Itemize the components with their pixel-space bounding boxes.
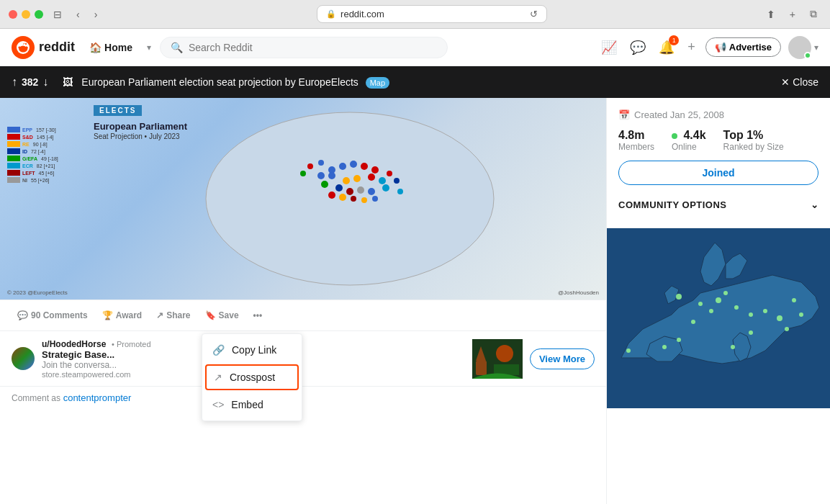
svg-point-7	[361, 163, 368, 170]
svg-point-28	[361, 197, 367, 203]
home-icon: 🏠	[89, 42, 102, 53]
embed-item[interactable]: <> Embed	[202, 392, 302, 418]
sd-color	[7, 134, 20, 140]
svg-point-17	[357, 186, 364, 194]
post-image-container: ELECTS European Parliament Seat Projecti…	[0, 98, 606, 300]
comment-username-link[interactable]: contentprompter	[63, 392, 132, 403]
crosspost-item[interactable]: ↗ Crosspost	[205, 364, 299, 390]
rank-label: Top 1%	[723, 129, 784, 142]
chat-btn[interactable]: 💬	[627, 37, 649, 58]
downvote-btn[interactable]: ↓	[42, 76, 48, 89]
advertise-label: Advertise	[729, 42, 772, 53]
gefa-color	[7, 156, 20, 161]
online-count-row: 4.4k	[672, 129, 706, 142]
svg-point-22	[307, 163, 313, 169]
svg-point-5	[317, 172, 325, 179]
rank-sublabel: Ranked by Size	[723, 142, 784, 152]
new-tab-btn[interactable]: +	[785, 7, 800, 22]
award-icon: 🏆	[102, 310, 113, 320]
svg-point-37	[698, 302, 703, 306]
promoted-user-avatar	[12, 347, 35, 370]
reddit-navbar: reddit 🏠 Home ▾ 🔍 📈 💬 🔔 1 + 📢 Advertise …	[0, 29, 830, 66]
left-label: LEFT	[22, 171, 35, 176]
window-controls	[9, 10, 43, 19]
search-bar[interactable]: 🔍	[160, 37, 448, 58]
add-post-btn[interactable]: +	[685, 37, 698, 58]
user-avatar	[788, 36, 811, 59]
minimize-window-dot[interactable]	[22, 10, 30, 19]
svg-rect-31	[476, 361, 487, 375]
refresh-icon[interactable]: ↺	[530, 9, 538, 19]
svg-point-50	[785, 327, 789, 331]
calendar-icon: 📅	[618, 109, 630, 120]
back-btn[interactable]: ‹	[72, 7, 84, 22]
online-label: Online	[672, 142, 706, 152]
tab-overview-btn[interactable]: ⧉	[806, 6, 821, 22]
svg-point-19	[328, 192, 335, 199]
comments-btn[interactable]: 💬 90 Comments	[12, 306, 94, 325]
svg-point-48	[792, 298, 796, 302]
party-legend: EPP 157 [-30] S&D 145 [-4] RE 90 [-8]	[7, 127, 79, 184]
home-dropdown-btn[interactable]: ▾	[147, 42, 151, 53]
community-options-header[interactable]: COMMUNITY OPTIONS ⌄	[618, 194, 818, 216]
copy-link-item[interactable]: 🔗 Copy Link	[202, 337, 302, 363]
svg-point-13	[382, 184, 389, 192]
party-sd: S&D 145 [-4]	[7, 134, 79, 140]
gefa-count: 49 [-18]	[41, 156, 58, 161]
svg-point-9	[368, 174, 375, 181]
embed-icon: <>	[212, 399, 224, 410]
sd-count: 145 [-4]	[37, 135, 54, 140]
reddit-logo[interactable]: reddit	[12, 36, 75, 59]
community-info-panel: 📅 Created Jan 25, 2008 4.8m Members 4.4k…	[607, 98, 830, 228]
chevron-down-icon: ⌄	[811, 199, 819, 210]
promoted-username[interactable]: u/HoodedHorse	[42, 339, 106, 349]
crosspost-icon: ↗	[214, 372, 222, 383]
address-bar[interactable]: 🔒 reddit.com ↺	[317, 5, 547, 23]
svg-point-14	[321, 181, 328, 188]
advertise-btn[interactable]: 📢 Advertise	[705, 37, 781, 57]
home-nav-item[interactable]: 🏠 Home	[84, 39, 138, 56]
maximize-window-dot[interactable]	[35, 10, 43, 19]
close-label: Close	[793, 76, 818, 88]
user-avatar-area[interactable]: ▾	[788, 36, 818, 59]
gefa-label: G/EFA	[22, 156, 37, 161]
upvote-btn[interactable]: ↑	[12, 76, 17, 89]
notifications-btn[interactable]: 🔔 1	[656, 37, 677, 58]
advertise-icon: 📢	[715, 42, 726, 53]
share-btn[interactable]: ↗ Share	[150, 306, 196, 325]
crosspost-label: Crosspost	[230, 372, 275, 383]
close-post-btn[interactable]: ✕ Close	[781, 76, 818, 88]
view-more-btn[interactable]: View More	[530, 348, 595, 369]
copyright-text: © 2023 @EuropeElects	[7, 289, 68, 296]
svg-point-11	[353, 175, 361, 182]
ni-count: 55 [+26]	[31, 178, 50, 183]
svg-point-33	[496, 345, 513, 362]
vote-count: 382	[22, 76, 38, 88]
notification-badge: 1	[669, 35, 679, 45]
search-input[interactable]	[189, 42, 437, 53]
award-btn[interactable]: 🏆 Award	[96, 306, 148, 325]
post-flair[interactable]: Map	[366, 77, 389, 89]
re-count: 90 [-8]	[33, 142, 48, 147]
party-re: RE 90 [-8]	[7, 141, 79, 147]
ni-label: NI	[22, 178, 27, 183]
post-image-icon: 🖼	[63, 76, 73, 88]
trending-btn[interactable]: 📈	[598, 37, 620, 58]
sidebar-toggle-btn[interactable]: ⊟	[49, 7, 66, 22]
more-btn[interactable]: •••	[248, 306, 269, 325]
joined-button[interactable]: Joined	[618, 161, 818, 185]
svg-point-1	[206, 112, 494, 285]
sidebar: 📅 Created Jan 25, 2008 4.8m Members 4.4k…	[607, 98, 830, 504]
epp-color	[7, 127, 20, 132]
share-page-btn[interactable]: ⬆	[762, 7, 780, 22]
svg-point-45	[691, 320, 695, 324]
forward-btn[interactable]: ›	[90, 7, 102, 22]
party-left: LEFT 45 [+6]	[7, 170, 79, 176]
online-count: 4.4k	[683, 129, 705, 141]
ecr-color	[7, 163, 20, 168]
close-window-dot[interactable]	[9, 10, 17, 19]
id-color	[7, 148, 20, 154]
ni-color	[7, 177, 20, 183]
svg-point-49	[799, 312, 803, 317]
save-btn[interactable]: 🔖 Save	[199, 306, 245, 325]
